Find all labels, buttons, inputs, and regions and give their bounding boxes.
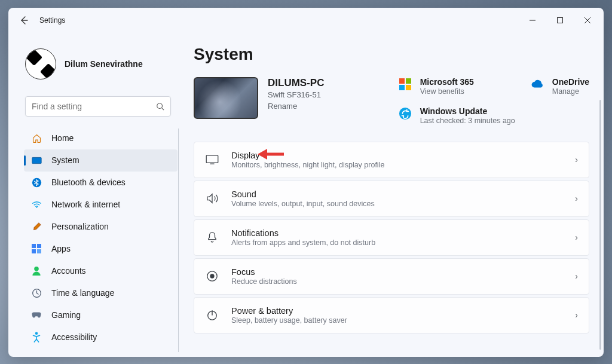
promo-title: OneDrive — [552, 77, 589, 87]
windows-update-promo[interactable]: Windows UpdateLast checked: 3 minutes ag… — [399, 106, 515, 125]
card-sub: Alerts from apps and system, do not dist… — [231, 238, 563, 247]
svg-point-12 — [399, 107, 411, 119]
minimize-icon — [530, 17, 536, 23]
card-title: Focus — [231, 267, 563, 277]
ms365-icon — [399, 78, 412, 91]
promo-sub: Manage — [552, 87, 589, 96]
card-title: Sound — [231, 189, 563, 199]
card-sound[interactable]: SoundVolume levels, output, input, sound… — [194, 181, 589, 217]
card-title: Power & battery — [231, 306, 563, 316]
focus-icon — [205, 270, 219, 282]
sound-icon — [205, 193, 219, 204]
card-sub: Reduce distractions — [231, 277, 563, 286]
user-profile[interactable]: Dilum Senevirathne — [13, 38, 179, 85]
promo-title: Microsoft 365 — [420, 77, 474, 87]
nav-label: Bluetooth & devices — [51, 178, 126, 187]
back-arrow-icon — [19, 16, 29, 25]
nav-home[interactable]: Home — [24, 127, 178, 149]
search-input[interactable] — [32, 102, 156, 111]
svg-point-11 — [35, 332, 38, 335]
svg-rect-0 — [558, 17, 563, 23]
nav-label: Apps — [51, 244, 71, 253]
nav-label: Home — [51, 133, 74, 143]
nav-accessibility[interactable]: Accessibility — [24, 326, 178, 348]
promo-column-right: OneDriveManage — [531, 77, 589, 125]
nav-system[interactable]: System — [24, 149, 178, 172]
nav-gaming[interactable]: Gaming — [24, 304, 178, 326]
nav-label: Gaming — [51, 310, 81, 320]
rename-link[interactable]: Rename — [268, 102, 324, 111]
onedrive-promo[interactable]: OneDriveManage — [531, 77, 589, 96]
nav-label: Time & language — [51, 288, 114, 298]
promo-title: Windows Update — [420, 106, 515, 116]
apps-icon — [31, 243, 42, 254]
brush-icon — [31, 221, 42, 232]
pc-model: Swift SF316-51 — [268, 90, 324, 99]
nav-network[interactable]: Network & internet — [24, 194, 178, 216]
card-focus[interactable]: FocusReduce distractions › — [194, 258, 589, 295]
system-icon — [31, 155, 42, 166]
svg-point-1 — [157, 103, 163, 108]
nav-time[interactable]: Time & language — [24, 282, 178, 304]
nav-accounts[interactable]: Accounts — [24, 260, 178, 282]
svg-rect-13 — [206, 155, 218, 163]
card-title: Notifications — [231, 228, 563, 238]
nav-label: Accounts — [51, 266, 86, 276]
chevron-right-icon: › — [575, 194, 578, 203]
promo-sub: View benefits — [420, 87, 474, 96]
display-icon — [205, 155, 219, 164]
bluetooth-icon — [31, 177, 42, 188]
chevron-right-icon: › — [575, 233, 578, 242]
window-title: Settings — [39, 16, 65, 25]
cloud-icon — [531, 78, 544, 91]
chevron-right-icon: › — [575, 271, 578, 281]
nav-label: System — [51, 155, 79, 165]
annotation-arrow-icon — [256, 147, 285, 161]
nav-personalization[interactable]: Personalization — [24, 216, 178, 238]
nav-apps[interactable]: Apps — [24, 238, 178, 260]
pc-card[interactable]: DILUMS-PC Swift SF316-51 Rename — [194, 77, 383, 125]
settings-window: Settings Dilum Senevirathne Home System … — [8, 8, 604, 357]
content-area: Dilum Senevirathne Home System Bluetooth… — [8, 33, 604, 357]
update-icon — [399, 107, 412, 120]
svg-rect-8 — [37, 249, 41, 253]
maximize-icon — [557, 17, 563, 23]
ms365-promo[interactable]: Microsoft 365View benefits — [399, 77, 515, 96]
power-icon — [205, 309, 219, 321]
svg-point-9 — [34, 266, 39, 271]
svg-point-15 — [210, 274, 214, 278]
gamepad-icon — [31, 310, 42, 320]
pc-thumbnail — [194, 77, 258, 119]
nav-label: Accessibility — [51, 332, 97, 342]
card-sub: Volume levels, output, input, sound devi… — [231, 200, 563, 208]
summary-row: DILUMS-PC Swift SF316-51 Rename Microsof… — [194, 77, 589, 125]
nav-bluetooth[interactable]: Bluetooth & devices — [24, 172, 178, 194]
avatar — [25, 48, 56, 79]
card-display[interactable]: DisplayMonitors, brightness, night light… — [194, 142, 589, 178]
settings-cards: DisplayMonitors, brightness, night light… — [194, 142, 589, 334]
sidebar: Dilum Senevirathne Home System Bluetooth… — [8, 33, 182, 357]
clock-icon — [31, 287, 42, 298]
svg-rect-7 — [32, 249, 36, 253]
nav-label: Network & internet — [51, 200, 120, 209]
chevron-right-icon: › — [575, 155, 578, 164]
titlebar: Settings — [8, 8, 604, 33]
scrollbar[interactable] — [599, 100, 601, 350]
maximize-button[interactable] — [546, 11, 574, 30]
back-button[interactable] — [14, 11, 33, 30]
home-icon — [31, 133, 42, 143]
svg-rect-2 — [32, 157, 41, 163]
close-button[interactable] — [574, 11, 601, 30]
search-box[interactable] — [25, 96, 171, 117]
main-panel: System DILUMS-PC Swift SF316-51 Rename M… — [182, 33, 604, 357]
promo-sub: Last checked: 3 minutes ago — [420, 117, 515, 125]
promo-column-left: Microsoft 365View benefits Windows Updat… — [399, 77, 515, 125]
accessibility-icon — [31, 332, 42, 342]
page-title: System — [194, 45, 589, 64]
bell-icon — [205, 231, 219, 243]
minimize-button[interactable] — [519, 11, 546, 30]
wifi-icon — [31, 199, 42, 210]
card-power[interactable]: Power & batterySleep, battery usage, bat… — [194, 297, 589, 334]
card-sub: Monitors, brightness, night light, displ… — [231, 161, 563, 169]
card-notifications[interactable]: NotificationsAlerts from apps and system… — [194, 219, 589, 256]
